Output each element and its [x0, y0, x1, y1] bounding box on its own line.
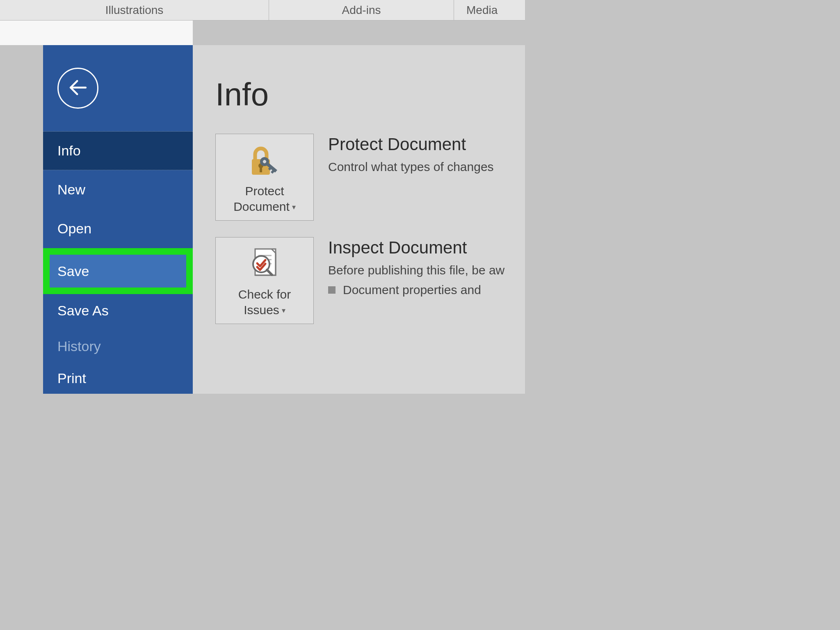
bullet-square-icon: [328, 286, 336, 294]
tutorial-highlight: Save: [43, 248, 193, 294]
tile-label-line1: Check for: [238, 288, 291, 301]
tile-label-line1: Protect: [245, 184, 284, 198]
dropdown-caret-icon: ▾: [282, 306, 285, 315]
menu-item-save-as[interactable]: Save As: [43, 294, 193, 327]
menu-item-new[interactable]: New: [43, 170, 193, 209]
protect-document-button[interactable]: Protect Document▾: [215, 134, 314, 221]
menu-item-save-label: Save: [50, 255, 186, 288]
backstage-view: Info New Open Save Save As History Print…: [43, 45, 525, 394]
ribbon-group-labels: Illustrations Add-ins Media: [0, 0, 525, 21]
protect-document-tile-label: Protect Document▾: [233, 183, 296, 214]
inspect-document-section: Check for Issues▾ Inspect Document Befor…: [215, 237, 525, 324]
inspect-document-heading: Inspect Document: [328, 238, 504, 258]
ribbon-group-media: Media: [454, 0, 525, 20]
check-for-issues-button[interactable]: Check for Issues▾: [215, 237, 314, 324]
ribbon-group-illustrations: Illustrations: [0, 0, 269, 20]
document-strip: [0, 21, 193, 45]
check-for-issues-tile-label: Check for Issues▾: [238, 287, 291, 317]
menu-item-info[interactable]: Info: [43, 131, 193, 170]
arrow-left-icon: [67, 76, 89, 100]
inspect-document-text: Inspect Document Before publishing this …: [328, 237, 504, 324]
backstage-menu: Info New Open Save Save As History Print: [43, 131, 193, 390]
protect-document-desc: Control what types of changes: [328, 160, 494, 174]
lock-key-icon: [246, 142, 283, 179]
protect-document-text: Protect Document Control what types of c…: [328, 134, 494, 221]
menu-item-save[interactable]: Save: [43, 248, 193, 294]
backstage-content: Info: [193, 45, 525, 394]
inspect-bullet-text: Document properties and: [343, 283, 481, 297]
protect-document-section: Protect Document▾ Protect Document Contr…: [215, 134, 525, 221]
inspect-document-icon: [246, 246, 283, 283]
inspect-bullet: Document properties and: [328, 283, 504, 297]
menu-item-open[interactable]: Open: [43, 209, 193, 248]
inspect-document-bullets: Document properties and: [328, 283, 504, 297]
backstage-sidebar: Info New Open Save Save As History Print: [43, 45, 193, 394]
ribbon-group-addins: Add-ins: [269, 0, 454, 20]
dropdown-caret-icon: ▾: [292, 203, 296, 211]
back-button[interactable]: [57, 68, 98, 109]
menu-item-print[interactable]: Print: [43, 366, 193, 390]
protect-document-heading: Protect Document: [328, 135, 494, 154]
svg-rect-3: [260, 167, 262, 172]
tile-label-line2: Document: [233, 200, 290, 213]
page-title: Info: [215, 76, 525, 113]
inspect-document-desc: Before publishing this file, be aw: [328, 263, 504, 277]
tile-label-line2: Issues: [244, 303, 279, 317]
menu-item-history[interactable]: History: [43, 327, 193, 366]
